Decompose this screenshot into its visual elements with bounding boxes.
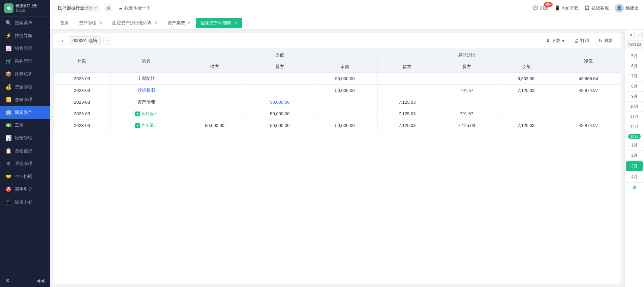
tab-assettype-label: 资产类型 <box>167 20 185 26</box>
cell-ov-balance-3 <box>312 96 377 108</box>
tab-depreciation[interactable]: 固定资产折旧统计表 ✕ <box>108 18 162 28</box>
sidebar-item-ledger[interactable]: 📒 总账管理 <box>0 93 50 106</box>
download-button[interactable]: ⬇ 下载 ▾ <box>543 36 567 45</box>
settings-gear-button[interactable]: ⚙ <box>103 3 113 13</box>
app-label: App下载 <box>562 5 578 11</box>
tab-assets-close[interactable]: ✕ <box>99 21 102 25</box>
refresh-button[interactable]: ↻ 刷新 <box>596 36 616 45</box>
tab-home-label: 首页 <box>60 20 69 26</box>
sidebar-item-quicknav[interactable]: ⚡ 快捷导航 <box>0 29 50 42</box>
cal-month-6[interactable]: 6月 <box>625 61 644 71</box>
table-row: 2023-03 ■ 本月合计 50,000.00 <box>54 108 621 120</box>
user-menu-button[interactable]: 👤 畅捷通 <box>615 4 639 12</box>
sidebar-item-guide[interactable]: 🎯 新手引导 <box>0 183 50 196</box>
sidebar-item-inventory[interactable]: 📦 库存核算 <box>0 68 50 81</box>
prev-asset-button[interactable]: ‹ <box>59 37 66 44</box>
close-panel-button[interactable]: ✕ <box>628 32 635 38</box>
settings-bottom-icon[interactable]: ⚙ <box>5 278 10 284</box>
th-ov-balance: 余额 <box>312 61 377 73</box>
cal-month-11[interactable]: 11月 <box>625 112 644 122</box>
cal-month-mar[interactable]: 3月 <box>626 161 643 171</box>
cell-ov-balance-1: 50,000.00 <box>312 73 377 85</box>
experience-label: 我要体验一下 <box>124 5 151 11</box>
tab-assettype[interactable]: 资产类型 ✕ <box>163 18 195 28</box>
toolbar-right: ⬇ 下载 ▾ 🖨 打印 ↻ 刷新 <box>543 36 616 45</box>
enterprise-icon: 🤝 <box>5 173 11 180</box>
download-icon: ⬇ <box>546 38 550 43</box>
tab-detail[interactable]: 固定资产明细账 ✕ <box>196 18 242 28</box>
sidebar-label-guide: 新手引导 <box>15 186 32 192</box>
sidebar-item-enterprise[interactable]: 🤝 企业协同 <box>0 170 50 183</box>
download-label: 下载 <box>552 38 560 44</box>
tab-home[interactable]: 首页 <box>55 18 73 28</box>
logo-subtitle: 普及版 <box>16 8 38 13</box>
cal-month-jan[interactable]: 1月 <box>625 140 644 151</box>
th-ad-debit: 借方 <box>377 61 437 73</box>
sidebar-label-search: 搜索菜单 <box>15 20 32 26</box>
sidebar-item-operation[interactable]: 📊 经营管理 <box>0 132 50 145</box>
table-row: 2023-03 上期结转 50,000.00 6,333.36 43,666.6… <box>54 73 621 85</box>
sidebar-item-finance[interactable]: 💰 资金管理 <box>0 81 50 93</box>
print-button[interactable]: 🖨 打印 <box>571 36 592 45</box>
year-total-badge: ■ 本年累计 <box>135 123 157 128</box>
collapse-sidebar-icon[interactable]: ◀◀ <box>36 278 44 284</box>
th-ov-debit: 借方 <box>182 61 247 73</box>
cell-ad-balance-5: 7,125.03 <box>496 120 556 131</box>
ledger-icon: 📒 <box>5 97 11 103</box>
cell-ad-balance-1: 6,333.36 <box>496 73 556 85</box>
cal-month-9[interactable]: 9月 <box>625 92 644 102</box>
cell-summary-2[interactable]: 计提折旧 <box>111 85 182 96</box>
cell-ad-debit-3: 7,125.03 <box>377 96 437 108</box>
cell-ov-debit-5: 50,000.00 <box>182 120 247 131</box>
sidebar-item-basic[interactable]: 📋 基础信息 <box>0 145 50 157</box>
tab-assettype-close[interactable]: ✕ <box>188 21 191 25</box>
cell-ov-balance-4 <box>312 108 377 120</box>
company-selector[interactable]: 医疗器械行业演示 ▾ <box>55 4 99 12</box>
tab-detail-close[interactable]: ✕ <box>234 21 237 25</box>
cal-scroll: 5月 6月 7月 8月 9月 10月 11月 12月 2023 1月 2月 3月… <box>625 49 644 287</box>
cal-month-7[interactable]: 7月 <box>625 71 644 82</box>
sidebar-item-salary[interactable]: 💵 工资 <box>0 119 50 132</box>
th-accumulated-depreciation: 累计折旧 <box>377 49 556 61</box>
topbar: 医疗器械行业演示 ▾ ⚙ ☁ 我要体验一下 💬 消息 99+ 📱 App下载 🎧… <box>50 0 644 16</box>
cal-nav-down[interactable]: ⊕ <box>625 182 644 192</box>
tabs-bar: 首页 资产管理 ✕ 固定资产折旧统计表 ✕ 资产类型 ✕ 固定资产明细账 ✕ <box>50 16 644 30</box>
cal-month-5[interactable]: 5月 <box>625 51 644 61</box>
sidebar-item-appstore[interactable]: 📱 应用中心 <box>0 196 50 209</box>
sidebar-item-fixedassets[interactable]: 🏢 固定资产 <box>0 106 50 119</box>
sidebar-item-sales[interactable]: 📈 销售管理 <box>0 42 50 55</box>
tab-depreciation-close[interactable]: ✕ <box>154 21 157 25</box>
cell-ad-debit-2 <box>377 85 437 96</box>
cell-ov-balance-2: 50,000.00 <box>312 85 377 96</box>
year-badge-2023[interactable]: 2023 <box>628 134 640 139</box>
cal-year-header: 2023.03 <box>625 41 644 49</box>
chevron-down-icon: ⊕ <box>632 184 637 190</box>
service-button[interactable]: 🎧 在线客服 <box>584 5 609 11</box>
logo-title: 畅捷通好业财 <box>16 3 38 8</box>
message-button[interactable]: 💬 消息 99+ <box>533 5 549 11</box>
cal-month-12[interactable]: 12月 <box>625 122 644 132</box>
cell-ad-balance-3 <box>496 96 556 108</box>
company-name: 医疗器械行业演示 <box>58 5 93 11</box>
main-panel: ‹ 000001 电脑 › ⬇ 下载 ▾ 🖨 打印 <box>53 33 621 284</box>
sidebar-item-search[interactable]: 🔍 搜索菜单 <box>0 17 50 29</box>
fixedassets-icon: 🏢 <box>5 109 11 116</box>
cell-date-1: 2023-03 <box>54 73 111 85</box>
cell-ad-credit-5: 7,125.03 <box>437 120 496 131</box>
expand-panel-button[interactable]: ⤢ <box>636 32 643 38</box>
cal-month-10[interactable]: 10月 <box>625 102 644 112</box>
sidebar-item-purchase[interactable]: 🛒 采购管理 <box>0 55 50 68</box>
experience-button[interactable]: ☁ 我要体验一下 <box>118 5 151 11</box>
app-download-button[interactable]: 📱 App下载 <box>555 5 578 11</box>
tab-assets[interactable]: 资产管理 ✕ <box>74 18 107 28</box>
cal-month-8[interactable]: 8月 <box>625 82 644 92</box>
inventory-icon: 📦 <box>5 71 11 77</box>
cal-month-feb[interactable]: 2月 <box>625 151 644 161</box>
panel-toolbar: ‹ 000001 电脑 › ⬇ 下载 ▾ 🖨 打印 <box>53 33 621 49</box>
cal-month-apr[interactable]: 4月 <box>625 172 644 182</box>
sidebar-item-system[interactable]: ⚙ 系统管理 <box>0 157 50 170</box>
cell-ov-credit-3: 50,000.00 <box>247 96 312 108</box>
next-asset-button[interactable]: › <box>103 37 111 44</box>
cell-ov-credit-2 <box>247 85 312 96</box>
sidebar-label-salary: 工资 <box>15 122 24 128</box>
